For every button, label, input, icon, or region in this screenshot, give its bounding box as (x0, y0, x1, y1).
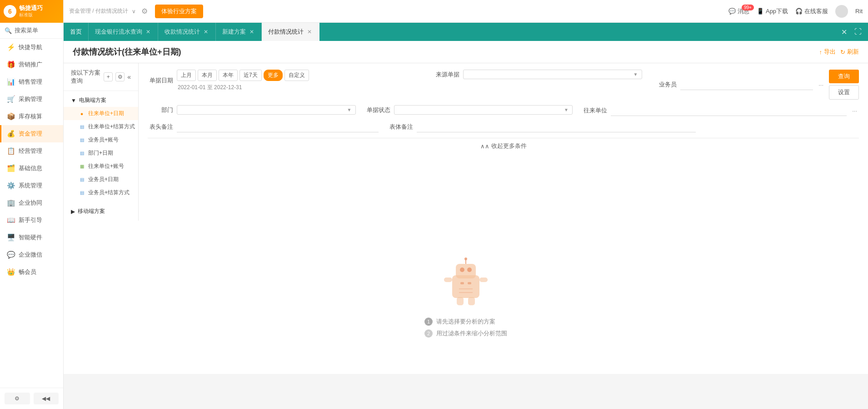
tab-home[interactable]: 首页 (64, 23, 89, 41)
topbar-settings-icon[interactable]: ⚙ (140, 5, 150, 17)
settings-bottom-btn[interactable]: ⚙ (5, 393, 30, 404)
scheme-group-title-mobile[interactable]: ▶ 移动端方案 (64, 205, 138, 218)
sidebar-item-guide[interactable]: 📖 新手引导 (0, 212, 63, 229)
empty-tip-2: 2 用过滤条件来缩小分析范围 (424, 329, 507, 338)
marketing-icon: 🎁 (7, 61, 15, 69)
sidebar-item-member[interactable]: 👑 畅会员 (0, 263, 63, 281)
left-panel-header: 按以下方案查询 + ⚙ « (64, 63, 138, 91)
sales-label: 销售管理 (19, 78, 42, 86)
last-7-days-btn[interactable]: 近7天 (239, 70, 262, 81)
dept-select[interactable]: ▼ (177, 105, 356, 115)
filter-row-1: 单据日期 上月 本月 本年 近7天 更多 自定义 2022-01-01 至 20… (148, 70, 859, 100)
sidebar-item-capital[interactable]: 💰 资金管理 (0, 125, 63, 142)
this-month-btn[interactable]: 本月 (198, 70, 217, 81)
tabs: 首页现金银行流水查询✕收款情况统计✕新建方案✕付款情况统计✕ (64, 23, 319, 41)
message-badge: 99+ (742, 5, 754, 10)
custom-date-btn[interactable]: 自定义 (284, 70, 309, 81)
basic-icon: 🗂️ (7, 164, 15, 172)
scheme-item-dept-date[interactable]: ▤部门+日期 (64, 146, 138, 160)
message-btn[interactable]: 💬 消息 99+ (728, 7, 749, 15)
online-service-btn[interactable]: 🎧 在线客服 (795, 7, 828, 15)
scheme-group-chevron-desktop: ▼ (71, 97, 76, 104)
scheme-settings-btn[interactable]: ⚙ (115, 72, 125, 81)
empty-robot-svg (439, 257, 493, 307)
tab-new-scheme[interactable]: 新建方案✕ (216, 23, 262, 41)
search-menu[interactable]: 🔍 搜索菜单 (0, 23, 63, 39)
filter-body: 按以下方案查询 + ⚙ « ▼ 电脑端方案 ●往来单位+日 (64, 63, 868, 221)
tab-close-payment-stat[interactable]: ✕ (306, 28, 313, 36)
tab-receipt-stat[interactable]: 收款情况统计✕ (158, 23, 216, 41)
scheme-item-label-unit-settle: 往来单位+结算方式 (88, 123, 135, 131)
scheme-item-staff-settle[interactable]: ▤业务员+结算方式 (64, 186, 138, 199)
export-btn[interactable]: ↑ 导出 (819, 48, 836, 56)
sidebar-item-purchase[interactable]: 🛒 采购管理 (0, 91, 63, 108)
filter-row-3: 表头备注 表体备注 (148, 121, 859, 132)
sidebar-item-inventory[interactable]: 📦 库存核算 (0, 108, 63, 125)
tab-close-bank-flow[interactable]: ✕ (145, 28, 151, 36)
filter-right: 单据日期 上月 本月 本年 近7天 更多 自定义 2022-01-01 至 20… (139, 63, 868, 221)
guide-label: 新手引导 (19, 216, 42, 224)
app-download-btn[interactable]: 📱 App下载 (757, 7, 788, 15)
sidebar-item-quick-nav[interactable]: ⚡ 快捷导航 (0, 39, 63, 56)
add-scheme-btn[interactable]: + (104, 72, 113, 81)
scheme-item-staff-date[interactable]: ▤业务员+日期 (64, 173, 138, 186)
scheme-item-label-dept-date: 部门+日期 (88, 149, 113, 157)
sidebar-item-system[interactable]: ⚙️ 系统管理 (0, 177, 63, 194)
tab-close-receipt-stat[interactable]: ✕ (203, 28, 209, 36)
source-select[interactable]: ▼ (463, 70, 642, 79)
unit-more-btn[interactable]: ··· (850, 106, 859, 116)
status-select[interactable]: ▼ (394, 105, 573, 115)
close-all-tabs-btn[interactable]: ✕ (838, 26, 850, 38)
tab-bar: 首页现金银行流水查询✕收款情况统计✕新建方案✕付款情况统计✕ ✕ ⛶ (64, 23, 868, 41)
trial-btn[interactable]: 体验行业方案 (155, 5, 203, 18)
tip-num-2: 2 (424, 329, 433, 338)
logo-sub: 标准版 (19, 12, 43, 18)
header-note-input[interactable] (177, 121, 379, 132)
source-label: 来源单据 (434, 71, 459, 79)
unit-input[interactable] (611, 105, 847, 116)
svg-rect-8 (444, 278, 452, 282)
system-icon: ⚙️ (7, 182, 15, 190)
logo-icon: 6 (4, 5, 16, 18)
last-month-btn[interactable]: 上月 (177, 70, 196, 81)
tab-close-new-scheme[interactable]: ✕ (249, 28, 255, 36)
body-note-input[interactable] (417, 121, 696, 132)
user-avatar (835, 5, 848, 18)
main-content: 资金管理 / 付款情况统计 ∨ ⚙ 体验行业方案 💬 消息 99+ 📱 App下… (64, 0, 868, 409)
logo-text: 畅捷通巧 (19, 5, 43, 12)
app-icon: 📱 (757, 8, 764, 15)
more-date-btn[interactable]: 更多 (264, 70, 283, 81)
maximize-btn[interactable]: ⛶ (852, 26, 864, 38)
tab-payment-stat[interactable]: 付款情况统计✕ (262, 23, 319, 41)
collapse-more-btn[interactable]: ∧∧ 收起更多条件 (480, 142, 527, 150)
settings-filter-btn[interactable]: 设置 (829, 85, 859, 100)
scheme-item-unit-account[interactable]: ▦往来单位+账号 (64, 160, 138, 173)
sidebar-item-marketing[interactable]: 🎁 营销推广 (0, 56, 63, 73)
empty-tip-1: 1 请先选择要分析的方案 (424, 318, 507, 326)
sidebar-item-operation[interactable]: 📋 经营管理 (0, 142, 63, 160)
sidebar-item-wechat[interactable]: 💬 企业微信 (0, 246, 63, 263)
scheme-item-unit-date[interactable]: ●往来单位+日期 (64, 107, 138, 120)
header-note-filter: 表头备注 (148, 121, 379, 132)
refresh-btn[interactable]: ↻ 刷新 (840, 48, 859, 56)
query-btn[interactable]: 查询 (829, 70, 859, 83)
collapse-left-panel-btn[interactable]: « (127, 73, 131, 81)
sidebar-item-sales[interactable]: 📊 销售管理 (0, 73, 63, 91)
quick-nav-icon: ⚡ (7, 43, 15, 51)
scheme-group-title-desktop[interactable]: ▼ 电脑端方案 (64, 94, 138, 107)
scheme-item-staff-account[interactable]: ▤业务员+账号 (64, 133, 138, 146)
scheme-item-unit-settle[interactable]: ▤往来单位+结算方式 (64, 120, 138, 133)
sidebar-item-corp[interactable]: 🏢 企业协同 (0, 194, 63, 212)
sidebar-item-hardware[interactable]: 🖥️ 智能硬件 (0, 229, 63, 246)
collapse-sidebar-btn[interactable]: ◀◀ (34, 393, 59, 404)
body-note-label: 表体备注 (388, 123, 413, 131)
tab-label-receipt-stat: 收款情况统计 (165, 28, 200, 36)
staff-more-btn[interactable]: ··· (817, 80, 825, 90)
dept-filter: 部门 ▼ (148, 105, 356, 115)
scheme-groups: ▼ 电脑端方案 ●往来单位+日期▤往来单位+结算方式▤业务员+账号▤部门+日期▦… (64, 91, 138, 221)
tab-bank-flow[interactable]: 现金银行流水查询✕ (89, 23, 158, 41)
date-label: 单据日期 (148, 76, 173, 85)
this-year-btn[interactable]: 本年 (219, 70, 238, 81)
staff-input[interactable] (680, 79, 813, 90)
sidebar-item-basic[interactable]: 🗂️ 基础信息 (0, 160, 63, 177)
